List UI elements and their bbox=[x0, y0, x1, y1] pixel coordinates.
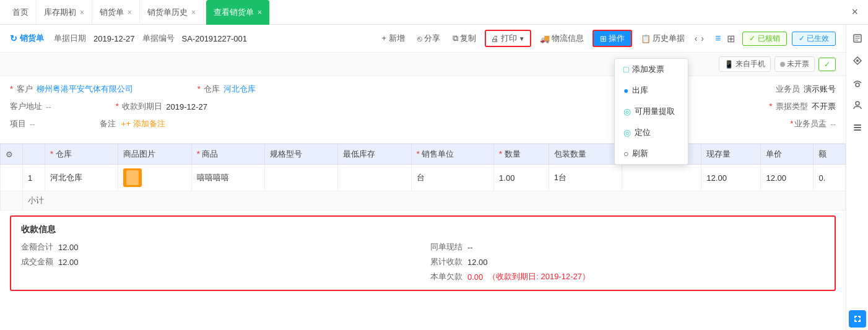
note-field: 备注 ＋ + 添加备注 bbox=[100, 118, 165, 129]
summary-grid: 金额合计 12.00 成交金额 12.00 同单现结 -- bbox=[21, 241, 825, 282]
number-value: SA-20191227-001 bbox=[182, 34, 248, 43]
row-available bbox=[622, 165, 701, 191]
grid-view-button[interactable]: ⊞ bbox=[724, 32, 737, 46]
date-value: 2019-12-27 bbox=[93, 34, 135, 43]
cancelled-badge[interactable]: ✓ 已核销 bbox=[742, 32, 786, 46]
ticket-type-value: 不开票 bbox=[812, 101, 836, 112]
refresh-label: 刷新 bbox=[632, 148, 648, 159]
add-invoice-icon: □ bbox=[623, 64, 628, 74]
address-field: 客户地址 -- bbox=[10, 101, 51, 112]
outbound-item[interactable]: ● 出库 bbox=[615, 80, 688, 101]
available-qty-label: 可用量提取 bbox=[635, 106, 675, 117]
data-table: ⚙ * 仓库 商品图片 * 商品 规格型号 最低库存 * 销售单位 * 数量 包… bbox=[0, 144, 846, 211]
svg-point-5 bbox=[856, 83, 859, 87]
due-date-value: 2019-12-27 bbox=[166, 102, 207, 111]
tab-sales-close[interactable]: × bbox=[128, 8, 132, 17]
list-view-button[interactable]: ≡ bbox=[713, 32, 723, 45]
transaction-value: 12.00 bbox=[58, 258, 79, 267]
warehouse-value[interactable]: 河北仓库 bbox=[224, 84, 256, 95]
outbound-icon: ● bbox=[623, 85, 628, 95]
summary-col-right: 同单现结 -- 累计收款 12.00 本单欠款 0.00 （收款到期日: 201… bbox=[430, 241, 825, 282]
note-label: 备注 bbox=[100, 118, 116, 129]
prev-arrow[interactable]: ‹ bbox=[693, 32, 699, 45]
from-phone-button[interactable]: 📱 来自手机 bbox=[719, 56, 771, 72]
col-stock: 现存量 bbox=[701, 144, 761, 165]
row-stock: 12.00 bbox=[701, 165, 761, 191]
table-header: ⚙ * 仓库 商品图片 * 商品 规格型号 最低库存 * 销售单位 * 数量 包… bbox=[1, 144, 846, 165]
check-icon-blue: ✓ bbox=[799, 34, 805, 43]
tab-inventory[interactable]: 库存期初 × bbox=[37, 0, 92, 25]
tab-sales[interactable]: 销货单 × bbox=[92, 0, 140, 25]
total-value: 12.00 bbox=[58, 243, 79, 252]
settings-icon[interactable]: ⚙ bbox=[6, 150, 13, 159]
add-button[interactable]: + 新增 bbox=[378, 32, 409, 45]
next-arrow[interactable]: › bbox=[700, 32, 705, 45]
sidebar-icon-5[interactable] bbox=[849, 119, 866, 136]
copy-button[interactable]: ⧉ 复制 bbox=[449, 32, 480, 45]
sales-employee-label: 业务员盂 bbox=[790, 118, 827, 129]
copy-icon: ⧉ bbox=[453, 33, 458, 43]
add-note-button[interactable]: ＋ + 添加备注 bbox=[119, 118, 165, 129]
col-product: * 商品 bbox=[191, 144, 264, 165]
date-label: 单据日期 bbox=[54, 33, 86, 44]
table-body: 1 河北仓库 嘻嘻嘻嘻 台 1.00 1台 bbox=[1, 165, 846, 211]
tab-bar: 首页 库存期初 × 销货单 × 销货单历史 × 查看销货单 × × bbox=[0, 0, 868, 25]
location-label: 定位 bbox=[635, 127, 651, 138]
operation-button[interactable]: ⊞ 操作 bbox=[592, 30, 632, 47]
tab-sales-history-close[interactable]: × bbox=[191, 8, 196, 17]
sidebar-icon-2[interactable] bbox=[849, 52, 866, 69]
form-area: 客户 柳州粤港平安气体有限公司 仓库 河北仓库 业务员 演示账号 客户地址 -- bbox=[0, 76, 846, 144]
sidebar-icon-1[interactable] bbox=[849, 30, 866, 47]
operation-icon: ⊞ bbox=[600, 34, 607, 43]
doc-type-label: ↻ 销货单 bbox=[10, 33, 44, 44]
tab-sales-history[interactable]: 销货单历史 × bbox=[140, 0, 204, 25]
effective-badge[interactable]: ✓ 已生效 bbox=[792, 32, 836, 46]
location-item[interactable]: ◎ 定位 bbox=[615, 122, 688, 143]
same-order-row: 同单现结 -- bbox=[430, 241, 825, 253]
logistics-button[interactable]: 🚚 物流信息 bbox=[536, 32, 588, 45]
tab-view-sales-close[interactable]: × bbox=[258, 8, 262, 17]
add-invoice-label: 添加发票 bbox=[632, 64, 664, 75]
phone-icon: 📱 bbox=[724, 60, 734, 69]
confirm-button[interactable]: ✓ bbox=[818, 58, 836, 71]
dot-icon bbox=[780, 62, 785, 67]
transaction-label: 成交金额 bbox=[21, 256, 53, 267]
form-row-2: 客户地址 -- 收款到期日 2019-12-27 票据类型 不开票 bbox=[10, 101, 836, 112]
same-order-value: -- bbox=[467, 243, 473, 252]
customer-value[interactable]: 柳州粤港平安气体有限公司 bbox=[37, 84, 133, 95]
summary-col-left: 金额合计 12.00 成交金额 12.00 bbox=[21, 241, 415, 282]
window-close-button[interactable]: × bbox=[846, 6, 863, 19]
row-pack-qty: 1台 bbox=[549, 165, 622, 191]
right-sidebar bbox=[846, 25, 868, 330]
share-button[interactable]: ⎋ 分享 bbox=[414, 32, 444, 45]
sidebar-icon-4[interactable] bbox=[849, 97, 866, 114]
tab-view-sales[interactable]: 查看销货单 × bbox=[206, 0, 270, 25]
not-open-button[interactable]: 未开票 bbox=[775, 56, 815, 72]
check-icon: ✓ bbox=[749, 34, 755, 43]
due-date-field: 收款到期日 2019-12-27 bbox=[116, 101, 207, 112]
share-icon: ⎋ bbox=[417, 34, 422, 43]
sidebar-icon-3[interactable] bbox=[849, 74, 866, 92]
refresh-item[interactable]: ○ 刷新 bbox=[615, 143, 688, 164]
row-gear bbox=[1, 165, 23, 191]
subtotal-gear bbox=[1, 191, 23, 211]
col-unit-price: 单价 bbox=[761, 144, 814, 165]
row-spec bbox=[265, 165, 338, 191]
print-button[interactable]: 🖨 打印 ▼ bbox=[485, 30, 531, 47]
operation-dropdown: □ 添加发票 ● 出库 ◎ 可用量提取 ◎ 定位 ○ 刷新 bbox=[614, 58, 688, 165]
row-sales-unit: 台 bbox=[411, 165, 493, 191]
tab-inventory-close[interactable]: × bbox=[80, 8, 84, 17]
row-unit-price: 12.00 bbox=[761, 165, 814, 191]
history-button[interactable]: 📋 历史单据 bbox=[637, 32, 688, 45]
add-invoice-item[interactable]: □ 添加发票 bbox=[615, 59, 688, 80]
row-product: 嘻嘻嘻嘻 bbox=[191, 165, 264, 191]
tab-home[interactable]: 首页 bbox=[5, 0, 37, 25]
address-label: 客户地址 bbox=[10, 101, 42, 112]
ticket-type-label: 票据类型 bbox=[769, 101, 808, 112]
svg-rect-8 bbox=[854, 127, 861, 128]
available-qty-item[interactable]: ◎ 可用量提取 bbox=[615, 101, 688, 122]
expand-button[interactable] bbox=[849, 310, 866, 328]
history-icon: 📋 bbox=[641, 34, 651, 43]
col-product-img: 商品图片 bbox=[118, 144, 191, 165]
employee-label: 业务员 bbox=[776, 84, 800, 95]
